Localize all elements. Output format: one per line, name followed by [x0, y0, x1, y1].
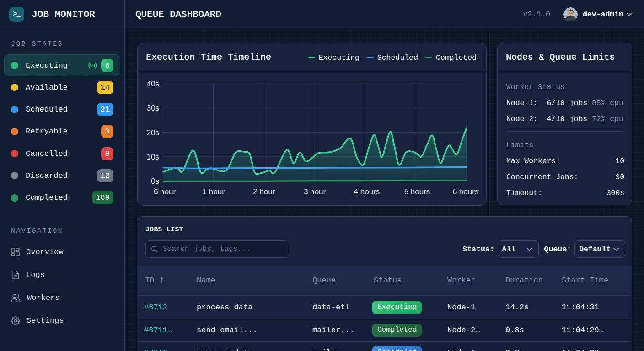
- svg-text:5 hours: 5 hours: [404, 187, 430, 196]
- svg-text:2 hour: 2 hour: [253, 187, 275, 196]
- svg-text:4 hours: 4 hours: [354, 187, 380, 196]
- svg-text:0s: 0s: [151, 177, 159, 186]
- svg-text:3 hour: 3 hour: [304, 187, 326, 196]
- svg-text:30s: 30s: [147, 104, 159, 112]
- svg-text:1 hour: 1 hour: [203, 187, 225, 196]
- svg-text:10s: 10s: [147, 153, 159, 161]
- svg-text:40s: 40s: [147, 80, 159, 88]
- svg-text:6 hours: 6 hours: [453, 187, 479, 196]
- svg-text:6 hour: 6 hour: [154, 187, 176, 196]
- svg-text:20s: 20s: [147, 128, 159, 137]
